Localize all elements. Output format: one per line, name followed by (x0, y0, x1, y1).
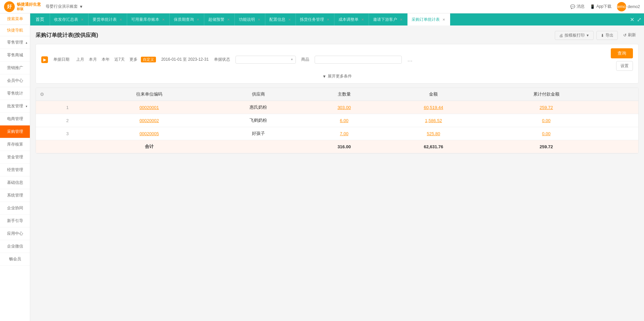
tab-available-inv[interactable]: 可用量库存账本 ✕ (127, 13, 170, 25)
sidebar-item-wholesale-mgmt[interactable]: 批发管理 (0, 100, 30, 113)
chevron-down-icon: ▼ (79, 4, 83, 9)
app-download-action[interactable]: 📱 App下载 (590, 4, 611, 9)
tab-close-purchase-order-stats[interactable]: ✕ (442, 17, 446, 22)
cell-amount-0[interactable]: 60,519.44 (383, 101, 484, 114)
tab-close-cost-adjust[interactable]: ✕ (361, 17, 365, 22)
sidebar-item-member-center[interactable]: 会员中心 (0, 74, 30, 87)
sidebar-item-finance[interactable]: 资金管理 (0, 151, 30, 164)
cell-partner-code-2[interactable]: 00020005 (87, 127, 212, 140)
tab-config-info[interactable]: 配置信息 ✕ (265, 13, 296, 25)
chevron-down-icon: ▼ (586, 34, 589, 37)
date-btn-7days[interactable]: 近7天 (113, 56, 126, 63)
cell-amount-1[interactable]: 1,586.52 (383, 114, 484, 127)
sidebar-item-quick-nav[interactable]: 快捷导航 (0, 25, 30, 36)
sidebar-item-retail-mgmt[interactable]: 零售管理 (0, 36, 30, 49)
cell-main-qty-0[interactable]: 303.00 (305, 101, 383, 114)
refresh-button[interactable]: ↺ 刷新 (621, 31, 639, 39)
sidebar-item-retail-mall[interactable]: 零售商城 (0, 49, 30, 62)
tab-order-stats[interactable]: 要货单统计表 ✕ (89, 13, 127, 25)
goods-input[interactable] (315, 56, 402, 64)
app-download-label: App下载 (596, 4, 611, 9)
goods-input-more-icon[interactable]: … (407, 57, 413, 63)
tab-close-order-stats[interactable]: ✕ (119, 17, 123, 22)
search-button[interactable]: 查询 (611, 48, 633, 58)
tab-maximize-icon[interactable]: ⤢ (637, 16, 641, 23)
tab-invite-customer[interactable]: 邀请下游客户 ✕ (369, 13, 408, 25)
table-row[interactable]: 3 00020005 好孩子 7.00 525.80 0.00 (36, 127, 638, 140)
tab-close-invite-customer[interactable]: ✕ (399, 17, 403, 22)
cell-settings-1 (36, 114, 48, 127)
date-btn-this-month[interactable]: 本月 (88, 56, 98, 63)
date-shortcut-group: 上月 本月 本年 近7天 更多 自定义 (75, 56, 156, 63)
sidebar-item-system-mgmt[interactable]: 系统管理 (0, 189, 30, 202)
tab-purchase-order-stats[interactable]: 采购订单统计表 ✕ (408, 13, 450, 25)
status-select[interactable] (235, 56, 296, 64)
cell-paid-amount-0[interactable]: 259.72 (484, 101, 609, 114)
footer-label-cell: 合计 (87, 140, 212, 153)
sidebar-item-basic-info[interactable]: 基础信息 (0, 176, 30, 189)
sidebar-item-ecommerce-mgmt[interactable]: 电商管理 (0, 113, 30, 125)
message-action[interactable]: 💬 消息 (570, 4, 585, 9)
tab-picking-task[interactable]: 拣货任务管理 ✕ (296, 13, 334, 25)
tab-close-expiry-query[interactable]: ✕ (196, 17, 200, 22)
cell-amount-2[interactable]: 525.80 (383, 127, 484, 140)
cell-main-qty-1[interactable]: 6.00 (305, 114, 383, 127)
status-select-wrapper (235, 56, 296, 64)
tab-close-picking-task[interactable]: ✕ (326, 17, 330, 22)
main-layout: 搜索菜单 快捷导航 零售管理 零售商城 营销推广 会员中心 零售统计 批发管理 … (0, 13, 644, 321)
tab-close-all-icon[interactable]: ✕ (630, 16, 634, 23)
tab-recv-send[interactable]: 收发存汇总表 ✕ (50, 13, 89, 25)
sidebar-item-retail-stats[interactable]: 零售统计 (0, 87, 30, 100)
tab-close-available-inv[interactable]: ✕ (161, 17, 165, 22)
sidebar-item-enterprise-wechat[interactable]: 企业微信 (0, 240, 30, 253)
expand-more-button[interactable]: ▼ 展开更多条件 (322, 73, 352, 79)
message-label: 消息 (577, 4, 585, 9)
tab-bar-end: ✕ ⤢ (627, 16, 644, 23)
goods-filter-label: 商品 (301, 57, 309, 62)
cell-paid-amount-2[interactable]: 0.00 (484, 127, 609, 140)
filter-collapse-button[interactable]: ▶ (41, 56, 48, 63)
sidebar-item-operations[interactable]: 经营管理 (0, 164, 30, 176)
user-area[interactable]: demo2 demo2 (617, 2, 640, 11)
tab-close-overstock-warning[interactable]: ✕ (226, 17, 230, 22)
sidebar-item-marketing[interactable]: 营销推广 (0, 62, 30, 74)
sidebar-item-search[interactable]: 搜索菜单 (0, 13, 30, 25)
settings-button[interactable]: 设置 (616, 61, 633, 71)
top-bar: 好 畅捷通好生意 标版 母婴行业演示账套 ▼ 💬 消息 📱 App下载 demo… (0, 0, 644, 13)
workspace-selector[interactable]: 母婴行业演示账套 ▼ (44, 3, 85, 10)
tab-func-desc[interactable]: 功能说明 ✕ (235, 13, 265, 25)
gear-icon[interactable]: ⚙ (40, 92, 44, 97)
sidebar-item-new-guide[interactable]: 新手引导 (0, 215, 30, 227)
sidebar-item-app-center[interactable]: 应用中心 (0, 227, 30, 240)
tab-home[interactable]: 首页 (30, 13, 50, 25)
col-amount: 金额 (383, 88, 484, 101)
date-btn-more[interactable]: 更多 (128, 56, 139, 63)
cell-extra-1 (609, 114, 638, 127)
cell-partner-code-0[interactable]: 00020001 (87, 101, 212, 114)
tab-cost-adjust[interactable]: 成本调整单 ✕ (334, 13, 369, 25)
tab-overstock-warning[interactable]: 超储预警 ✕ (204, 13, 235, 25)
sidebar-item-purchase-mgmt[interactable]: 采购管理 (0, 125, 30, 138)
sidebar-item-inventory[interactable]: 库存核算 (0, 138, 30, 151)
cell-paid-amount-1[interactable]: 0.00 (484, 114, 609, 127)
date-btn-this-year[interactable]: 本年 (100, 56, 111, 63)
chevron-down-icon: ▼ (322, 74, 326, 79)
print-button[interactable]: 🖨 按模板打印 ▼ (555, 31, 594, 40)
cell-rownum-2: 3 (48, 127, 87, 140)
sidebar-item-enterprise-collab[interactable]: 企业协同 (0, 202, 30, 215)
cell-partner-code-1[interactable]: 00020002 (87, 114, 212, 127)
tab-close-recv-send[interactable]: ✕ (80, 17, 84, 22)
date-btn-custom[interactable]: 自定义 (141, 57, 156, 62)
cell-main-qty-2[interactable]: 7.00 (305, 127, 383, 140)
cell-supplier-2: 好孩子 (212, 127, 305, 140)
tab-close-config-info[interactable]: ✕ (287, 17, 291, 22)
date-btn-last-month[interactable]: 上月 (75, 56, 86, 63)
table-row[interactable]: 1 00020001 惠氏奶粉 303.00 60,519.44 259.72 (36, 101, 638, 114)
tab-expiry-query[interactable]: 保质期查询 ✕ (170, 13, 204, 25)
tab-close-func-desc[interactable]: ✕ (257, 17, 261, 22)
page-content: 采购订单统计表(按供应商) 🖨 按模板打印 ▼ ⬇ 导出 ↺ 刷新 (30, 25, 644, 321)
table-row[interactable]: 2 00020002 飞鹤奶粉 6.00 1,586.52 0.00 (36, 114, 638, 127)
sidebar-item-member[interactable]: 畅会员 (0, 253, 30, 266)
export-button[interactable]: ⬇ 导出 (596, 31, 618, 40)
refresh-icon: ↺ (623, 33, 627, 38)
